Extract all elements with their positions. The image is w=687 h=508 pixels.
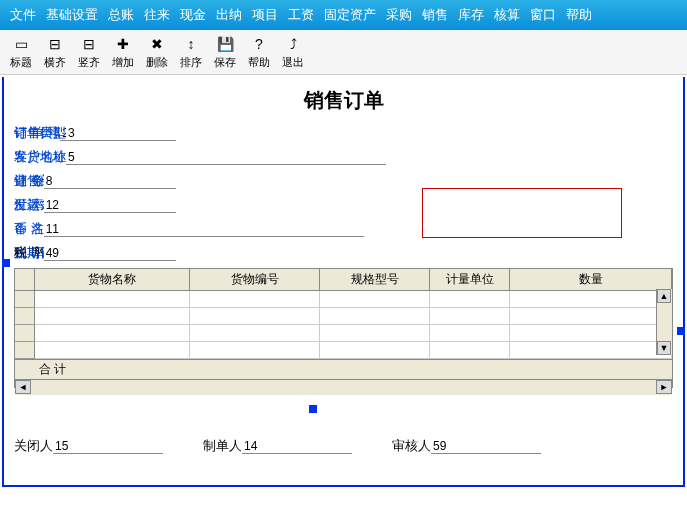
v-scrollbar[interactable]: ▲ ▼	[656, 289, 672, 355]
menu-item[interactable]: 现金	[180, 6, 206, 24]
menu-item[interactable]: 固定资产	[324, 6, 376, 24]
menu-item[interactable]: 采购	[386, 6, 412, 24]
input-ship-addr[interactable]	[66, 149, 176, 165]
menu-item[interactable]: 帮助	[566, 6, 592, 24]
标题-icon: ▭	[11, 34, 31, 54]
label-currency: 币 名	[14, 220, 44, 238]
resize-handle[interactable]	[309, 405, 317, 413]
h-scrollbar[interactable]: ◄ ►	[15, 379, 672, 395]
scroll-left-icon[interactable]: ◄	[15, 380, 31, 394]
toolbar: ▭标题⊟横齐⊟竖齐✚增加✖删除↕排序💾保存?帮助⤴退出	[0, 30, 687, 75]
col-qty[interactable]: 数量	[510, 269, 672, 290]
tool-退出[interactable]: ⤴退出	[276, 32, 310, 72]
input-tax-rate[interactable]	[44, 245, 154, 261]
退出-icon: ⤴	[283, 34, 303, 54]
tool-标题[interactable]: ▭标题	[4, 32, 38, 72]
排序-icon: ↕	[181, 34, 201, 54]
scroll-down-icon[interactable]: ▼	[657, 341, 671, 355]
label-tax-rate: 税 率	[14, 244, 44, 262]
竖齐-icon: ⊟	[79, 34, 99, 54]
col-goods-code[interactable]: 货物编号	[190, 269, 320, 290]
label-ship-addr: 发货地址	[14, 148, 66, 166]
col-spec[interactable]: 规格型号	[320, 269, 430, 290]
tool-删除[interactable]: ✖删除	[140, 32, 174, 72]
input-checker[interactable]	[431, 438, 541, 454]
保存-icon: 💾	[215, 34, 235, 54]
menu-item[interactable]: 库存	[458, 6, 484, 24]
label-deposit: 订 金	[14, 172, 44, 190]
帮助-icon: ?	[249, 34, 269, 54]
tool-排序[interactable]: ↕排序	[174, 32, 208, 72]
tool-竖齐[interactable]: ⊟竖齐	[72, 32, 106, 72]
input-rate[interactable]	[44, 197, 154, 213]
tool-帮助[interactable]: ?帮助	[242, 32, 276, 72]
menu-item[interactable]: 项目	[252, 6, 278, 24]
label-sale-type: 销售类型	[14, 124, 66, 142]
横齐-icon: ⊟	[45, 34, 65, 54]
menu-item[interactable]: 窗口	[530, 6, 556, 24]
input-deposit[interactable]	[44, 173, 154, 189]
label-rate: 汇 率	[14, 196, 44, 214]
label-maker: 制单人	[203, 437, 242, 455]
col-unit[interactable]: 计量单位	[430, 269, 510, 290]
col-goods-name[interactable]: 货物名称	[35, 269, 190, 290]
tool-横齐[interactable]: ⊟横齐	[38, 32, 72, 72]
page-title: 销售订单	[14, 87, 673, 114]
删除-icon: ✖	[147, 34, 167, 54]
resize-handle[interactable]	[2, 259, 10, 267]
input-sale-type[interactable]	[66, 125, 176, 141]
input-closer[interactable]	[53, 438, 163, 454]
input-maker[interactable]	[242, 438, 352, 454]
scroll-up-icon[interactable]: ▲	[657, 289, 671, 303]
menu-bar: 文件基础设置总账往来现金出纳项目工资固定资产采购销售库存核算窗口帮助	[0, 0, 687, 30]
form-canvas: 销售订单 订单日期 订 单 号 销售类型 客户名称 发货地址 销售部门 业 务 …	[2, 77, 685, 487]
menu-item[interactable]: 工资	[288, 6, 314, 24]
input-currency[interactable]	[44, 221, 154, 237]
menu-item[interactable]: 文件	[10, 6, 36, 24]
tool-保存[interactable]: 💾保存	[208, 32, 242, 72]
menu-item[interactable]: 往来	[144, 6, 170, 24]
sum-label: 合 计	[39, 361, 66, 378]
label-checker: 审核人	[392, 437, 431, 455]
footer: 关闭人 制单人 审核人	[14, 437, 673, 455]
menu-item[interactable]: 出纳	[216, 6, 242, 24]
menu-item[interactable]: 销售	[422, 6, 448, 24]
highlight-box	[422, 188, 622, 238]
label-closer: 关闭人	[14, 437, 53, 455]
menu-item[interactable]: 核算	[494, 6, 520, 24]
detail-grid[interactable]: 货物名称 货物编号 规格型号 计量单位 数量 合 计 ◄ ►	[14, 268, 673, 388]
menu-item[interactable]: 基础设置	[46, 6, 98, 24]
tool-增加[interactable]: ✚增加	[106, 32, 140, 72]
scroll-right-icon[interactable]: ►	[656, 380, 672, 394]
menu-item[interactable]: 总账	[108, 6, 134, 24]
resize-handle[interactable]	[677, 327, 685, 335]
增加-icon: ✚	[113, 34, 133, 54]
